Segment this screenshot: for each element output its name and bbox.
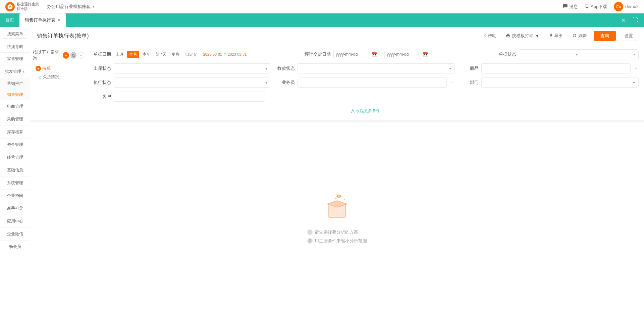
scheme-item-arrears[interactable]: ⊙ 欠货情况	[33, 73, 84, 81]
filter-row-4: 客户 ···	[93, 92, 639, 102]
expected-delivery-label: 预计交货日期	[305, 51, 331, 57]
expected-delivery-field: 预计交货日期 📅 — 📅	[305, 50, 492, 59]
refresh-button[interactable]: 刷新	[570, 32, 590, 40]
message-button[interactable]: 消息	[562, 3, 578, 10]
filter-panel: 按以下方案查询 + ⧉ « ● 按单 ⊙ 欠货情况	[30, 45, 644, 120]
sidebar-item-retail[interactable]: 零售管理	[0, 53, 30, 65]
department-chevron-icon: ▼	[632, 81, 636, 85]
goods-picker-icon[interactable]: ···	[635, 66, 639, 71]
delivery-status-select[interactable]: ▼	[114, 63, 271, 73]
close-window-button[interactable]: ✕	[619, 15, 628, 25]
salesperson-input[interactable]	[298, 78, 447, 88]
date-range-text: 2023-03-01 至 2023-03-31	[203, 52, 247, 57]
sidebar-item-finance[interactable]: 资金管理	[0, 139, 30, 151]
sidebar-item-corp-wechat-label: 企业微信	[7, 231, 23, 237]
maximize-button[interactable]: ⛶	[631, 15, 640, 25]
sidebar-item-shortcut[interactable]: 快捷导航	[0, 41, 30, 53]
query-button[interactable]: 查询	[594, 31, 616, 41]
date-tab-more[interactable]: 更多	[170, 51, 182, 58]
sidebar-item-corp-wechat[interactable]: 企业微信	[0, 228, 30, 241]
sidebar-item-wholesale-label: 批发管理	[5, 69, 21, 74]
delivery-status-chevron-icon: ▼	[265, 67, 268, 70]
execution-status-select[interactable]: ▼	[114, 78, 271, 88]
calendar-end-icon[interactable]: 📅	[423, 52, 428, 57]
export-button[interactable]: 导出	[546, 32, 566, 40]
logo-text: 畅捷通好生意 标准版	[17, 2, 39, 11]
date-tab-last-month[interactable]: 上月	[114, 51, 126, 58]
sidebar-item-enterprise[interactable]: 企业协同	[0, 190, 30, 202]
sidebar-item-operations[interactable]: 经营管理	[0, 151, 30, 164]
delivery-date-start[interactable]	[333, 50, 370, 59]
collapse-scheme-button[interactable]: «	[78, 52, 84, 59]
close-tab-icon[interactable]: ✕	[57, 18, 61, 22]
department-select[interactable]: ▼	[481, 78, 639, 88]
goods-label: 商品	[460, 65, 479, 71]
user-area[interactable]: Ea demo2	[614, 2, 639, 11]
date-field-label: 单据日期	[93, 51, 111, 57]
avatar: Ea	[614, 2, 623, 11]
sidebar-item-enterprise-label: 企业协同	[7, 193, 23, 199]
sidebar-item-newbie-label: 新手引导	[7, 206, 23, 211]
department-field: 部门 ▼	[460, 78, 639, 88]
refresh-icon	[572, 33, 577, 39]
sidebar-item-marketing[interactable]: 营销推广	[0, 78, 30, 89]
date-field: 单据日期 上月 本月 本年 近7天 更多 自定义 2023-03-01 至 20…	[93, 51, 299, 58]
breadcrumb-chevron-icon[interactable]: ▼	[92, 5, 95, 8]
sidebar-item-sales-mgmt[interactable]: 销售管理	[0, 89, 30, 100]
date-tab-last-7-days[interactable]: 近7天	[154, 51, 168, 58]
doc-status-select[interactable]: ▼	[519, 49, 639, 59]
doc-status-field: 单据状态 ▼	[498, 49, 639, 59]
scheme-item-order-label: 按单	[42, 65, 51, 71]
scheme-header-label: 按以下方案查询	[33, 49, 61, 61]
add-scheme-button[interactable]: +	[63, 52, 69, 59]
sidebar-item-wholesale[interactable]: 批发管理 ▲	[0, 65, 30, 78]
sidebar-item-app-center[interactable]: 应用中心	[0, 215, 30, 228]
print-dropdown-icon[interactable]: ▼	[535, 34, 539, 39]
logo-icon	[5, 2, 15, 11]
delivery-status-field: 出库状态 ▼	[93, 63, 271, 73]
delivery-date-range: 📅 — 📅	[333, 50, 428, 59]
page-title: 销售订单执行表(按单)	[37, 33, 89, 44]
settings-button[interactable]: 设置	[620, 31, 637, 41]
customer-picker-icon[interactable]: ···	[269, 94, 273, 99]
print-button[interactable]: 按模板打印 ▼	[503, 32, 542, 40]
chevron-down-icon: ▼	[575, 53, 579, 56]
sales-order-tab-label: 销售订单执行表	[25, 17, 55, 23]
phone-icon	[585, 3, 589, 10]
sidebar-item-newbie[interactable]: 新手引导	[0, 202, 30, 215]
salesperson-picker-icon[interactable]: ···	[451, 80, 455, 85]
customer-label: 客户	[93, 94, 111, 100]
tab-sales-order[interactable]: 销售订单执行表 ✕	[19, 13, 66, 27]
collapse-conditions-button[interactable]: ⋀ 收起更多条件	[93, 106, 639, 116]
app-download-button[interactable]: App下载	[585, 3, 607, 10]
goods-input[interactable]	[481, 63, 631, 73]
empty-tip-2: 2 用过滤条件来缩小分析范围	[307, 238, 367, 244]
scheme-item-arrears-label: 欠货情况	[43, 74, 59, 80]
sidebar-item-basic-label: 基础信息	[7, 167, 23, 173]
scheme-item-order[interactable]: ● 按单	[33, 64, 84, 73]
tab-home[interactable]: 首页	[0, 13, 19, 27]
sidebar-item-inventory[interactable]: 库存核算	[0, 126, 30, 139]
filter-body: 按以下方案查询 + ⧉ « ● 按单 ⊙ 欠货情况	[30, 45, 644, 120]
filter-fields: 单据日期 上月 本月 本年 近7天 更多 自定义 2023-03-01 至 20…	[87, 45, 644, 120]
sidebar-item-purchase[interactable]: 采购管理	[0, 113, 30, 126]
breadcrumb: 办公用品行业模拟账套 ▼	[47, 4, 95, 10]
sidebar-item-basic[interactable]: 基础信息	[0, 164, 30, 177]
customer-input[interactable]	[114, 92, 265, 102]
collapse-icon: ⋀	[351, 108, 355, 113]
search-menu-button[interactable]: 搜索菜单	[3, 30, 27, 39]
sidebar-item-member[interactable]: 畅会员	[0, 241, 30, 253]
filter-row-2: 出库状态 ▼ 收款状态 ▼	[93, 63, 639, 73]
sidebar-item-ecommerce[interactable]: 电商管理	[0, 100, 30, 113]
date-tab-this-year[interactable]: 本年	[141, 51, 153, 58]
date-tab-custom[interactable]: 自定义	[183, 51, 199, 58]
calendar-start-icon[interactable]: 📅	[372, 52, 377, 57]
date-tab-this-month[interactable]: 本月	[127, 51, 139, 58]
home-tab-label: 首页	[5, 17, 14, 23]
payment-status-select[interactable]: ▼	[298, 63, 455, 73]
delivery-date-end[interactable]	[384, 50, 421, 59]
help-button[interactable]: ? 帮助	[481, 32, 499, 40]
sidebar-item-system[interactable]: 系统管理	[0, 177, 30, 190]
doc-status-label: 单据状态	[498, 51, 516, 57]
copy-scheme-button[interactable]: ⧉	[70, 52, 77, 59]
